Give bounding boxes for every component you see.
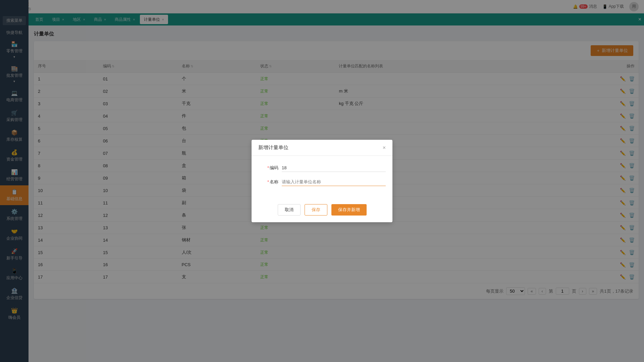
modal-body: *编码 *名称 — [252, 156, 392, 200]
save-and-new-button[interactable]: 保存并新增 — [331, 204, 367, 216]
cancel-button[interactable]: 取消 — [278, 204, 301, 216]
required-star-code: * — [267, 165, 269, 170]
name-input[interactable] — [282, 178, 386, 186]
code-label: *编码 — [258, 165, 278, 171]
required-star-name: * — [267, 179, 269, 184]
form-row-code: *编码 — [258, 164, 386, 172]
modal-footer: 取消 保存 保存并新增 — [252, 200, 392, 222]
modal-title: 新增计量单位 — [258, 144, 288, 151]
modal-overlay[interactable]: 新增计量单位 × *编码 *名称 取消 保存 保存并新增 — [0, 0, 644, 362]
name-label: *名称 — [258, 179, 278, 185]
code-input[interactable] — [282, 164, 386, 172]
form-row-name: *名称 — [258, 178, 386, 186]
save-button[interactable]: 保存 — [305, 204, 327, 216]
modal-header: 新增计量单位 × — [252, 140, 392, 156]
modal-close-btn[interactable]: × — [383, 145, 386, 151]
add-unit-modal: 新增计量单位 × *编码 *名称 取消 保存 保存并新增 — [252, 140, 392, 222]
